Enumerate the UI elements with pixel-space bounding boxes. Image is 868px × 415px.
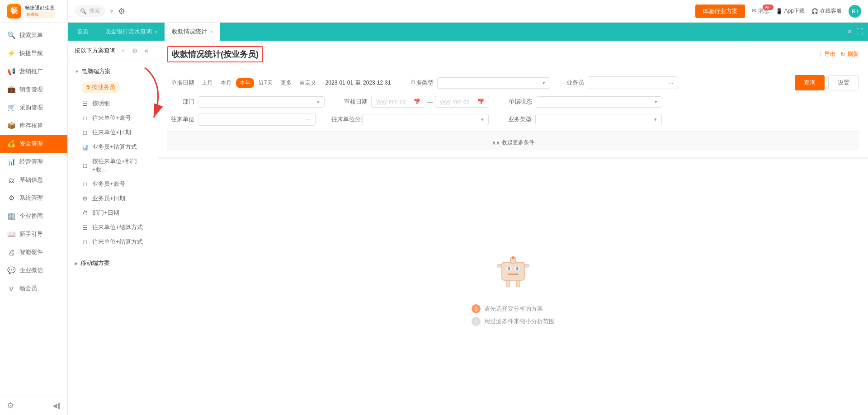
filter-doc-status: 单据状态 ▾ (505, 96, 662, 108)
filter-row-2: 部门 ▾ 审核日期 yyyy-mm-dd 📅 (167, 96, 859, 108)
empty-robot-icon (491, 249, 536, 294)
review-date-start[interactable]: yyyy-mm-dd 📅 (371, 96, 425, 108)
operations-icon: 📊 (7, 157, 16, 166)
partner-category-select[interactable]: ▾ (362, 114, 489, 125)
scheme-item-partner-settlement1[interactable]: ☰ 往来单位+结算方式 (68, 220, 158, 235)
review-date-end[interactable]: yyyy-mm-dd 📅 (435, 96, 489, 108)
sidebar-item-operations[interactable]: 📊 经营管理 (0, 153, 67, 171)
tab-bank-flow-close[interactable]: × (155, 29, 157, 34)
scheme-item-dept-date[interactable]: ⏱ 部门+日期 (68, 206, 158, 220)
date-label: 单据日期 (167, 79, 194, 87)
message-area[interactable]: ✉ 消息 99+ (752, 7, 769, 15)
header-actions: ↑ 导出 ↻ 刷新 (820, 50, 859, 58)
dept-select[interactable]: ▾ (198, 96, 325, 108)
partner-select[interactable]: ··· (198, 113, 316, 126)
left-panel-title: 按以下方案查询 (75, 47, 116, 55)
topbar: 🔍 搜索 ▾ ⚙ 体验行业方案 ✉ 消息 99+ 📱 App下载 🎧 在线客服 (68, 0, 868, 23)
svg-rect-5 (508, 274, 519, 275)
date-tabs: 上月 本月 本年 近7天 更多 自定义 (198, 78, 320, 88)
search-icon: 🔍 (80, 8, 87, 14)
tab-bank-flow[interactable]: 现金银行流水查询 × (98, 23, 165, 41)
salesman-select-top[interactable]: ··· (588, 76, 678, 89)
right-main: 收款情况统计(按业务员) ↑ 导出 ↻ 刷新 单据日 (158, 41, 868, 415)
sidebar-item-basic-info[interactable]: 🗂 基础信息 (0, 171, 67, 189)
sidebar-item-smart-hw[interactable]: 🖨 智能硬件 (0, 243, 67, 261)
partner-control: ··· (198, 113, 316, 126)
refresh-button[interactable]: ↻ 刷新 (840, 50, 859, 58)
sidebar-item-quick-nav[interactable]: ⚡ 快捷导航 (0, 44, 67, 62)
filter-area: 单据日期 上月 本月 本年 近7天 更多 自定义 2023-01-01 至 (158, 68, 868, 157)
partner-dots[interactable]: ··· (305, 116, 311, 123)
footer-settings-icon[interactable]: ⚙ (7, 401, 14, 410)
tab-collection-stats[interactable]: 收款情况统计 × (165, 23, 220, 41)
calendar-end-icon[interactable]: 📅 (477, 99, 484, 105)
salesman-settlement-icon: 📊 (81, 143, 89, 151)
biz-type-select[interactable]: ▾ (535, 114, 662, 125)
quick-nav-icon: ⚡ (7, 49, 16, 58)
app-download[interactable]: 📱 App下载 (776, 7, 805, 15)
scheme-item-partner-dept[interactable]: □ 按往来单位+部门+收... (68, 154, 158, 177)
sidebar-item-search-menu[interactable]: 🔍 搜索菜单 (0, 26, 67, 44)
doc-status-select[interactable]: ▾ (536, 96, 662, 108)
date-tab-this-year[interactable]: 本年 (236, 78, 254, 88)
export-button[interactable]: ↑ 导出 (820, 50, 836, 58)
dept-label: 部门 (167, 98, 194, 106)
user-area[interactable]: Rit (849, 5, 861, 18)
sidebar-item-inventory[interactable]: 📦 库存核算 (0, 117, 67, 135)
desktop-scheme-header[interactable]: ▼ 电脑端方案 (68, 65, 158, 78)
sidebar-nav: 🔍 搜索菜单 ⚡ 快捷导航 📢 营销推广 💼 销售管理 🛒 采购管理 📦 库存核… (0, 23, 67, 396)
message-badge: 99+ (763, 5, 773, 10)
doc-type-select[interactable]: ▾ (437, 77, 550, 89)
filter-date: 单据日期 上月 本月 本年 近7天 更多 自定义 2023-01-01 至 (167, 78, 391, 88)
date-tab-last-7[interactable]: 近7天 (255, 78, 276, 88)
scheme-item-partner-settlement2[interactable]: □ 往来单位+结算方式 (68, 235, 158, 249)
scheme-item-partner-date[interactable]: □ 往来单位+日期 (68, 125, 158, 140)
scheme-item-by-salesman[interactable]: ▶ 按业务员 (68, 78, 158, 96)
search-dropdown-icon[interactable]: ▾ (110, 7, 113, 15)
tab-expand-icon[interactable]: ⛶ (856, 28, 863, 36)
calendar-start-icon[interactable]: 📅 (414, 99, 420, 105)
date-tab-last-month[interactable]: 上月 (198, 78, 216, 88)
add-scheme-button[interactable]: + (118, 46, 127, 55)
tabbar-right: × ⛶ (848, 28, 868, 36)
sidebar-item-marketing[interactable]: 📢 营销推广 (0, 62, 67, 80)
footer-collapse-icon[interactable]: ◀‖ (52, 402, 61, 409)
trial-button[interactable]: 体验行业方案 (695, 5, 745, 18)
settings-scheme-button[interactable]: ⚙ (130, 46, 139, 55)
collapse-button[interactable]: ∧∧ 收起更多条件 (167, 135, 859, 150)
logo-text: 畅捷通好生意 标准版 (25, 5, 55, 18)
date-tab-custom[interactable]: 自定义 (296, 78, 320, 88)
sidebar-item-purchase[interactable]: 🛒 采购管理 (0, 99, 67, 117)
sidebar-item-enterprise[interactable]: 🏢 企业协同 (0, 207, 67, 225)
tab-close-all-icon[interactable]: × (848, 28, 852, 36)
sidebar-item-finance[interactable]: 💰 资金管理 (0, 135, 67, 153)
tab-collection-stats-close[interactable]: × (210, 29, 212, 34)
scheme-item-salesman-settlement[interactable]: 📊 业务员+结算方式 (68, 140, 158, 154)
topbar-settings-icon[interactable]: ⚙ (118, 6, 125, 16)
topbar-search[interactable]: 🔍 搜索 (75, 5, 105, 17)
sidebar-item-guide[interactable]: 📖 新手引导 (0, 225, 67, 243)
query-button[interactable]: 查询 (795, 75, 825, 90)
date-tab-more[interactable]: 更多 (277, 78, 295, 88)
online-service[interactable]: 🎧 在线客服 (811, 7, 842, 15)
sales-icon: 💼 (7, 85, 16, 94)
scheme-item-partner-account[interactable]: □ 往来单位+账号 (68, 111, 158, 125)
scheme-item-by-detail[interactable]: ☰ 按明细 (68, 96, 158, 111)
settings-button[interactable]: 设置 (828, 75, 859, 90)
active-dot: ▶ (86, 85, 90, 89)
sidebar-item-sales[interactable]: 💼 销售管理 (0, 80, 67, 99)
mobile-expand-icon: ▶ (75, 261, 78, 266)
scheme-item-salesman-account[interactable]: □ 业务员+账号 (68, 177, 158, 191)
partner-settlement1-icon: ☰ (81, 224, 89, 231)
collapse-panel-button[interactable]: « (142, 46, 151, 55)
svg-point-4 (516, 267, 519, 270)
salesman-more-icon[interactable]: ··· (668, 79, 674, 86)
mobile-scheme-header[interactable]: ▶ 移动端方案 (68, 256, 158, 270)
tab-home[interactable]: 首页 (68, 23, 98, 41)
sidebar-item-member[interactable]: V 畅会员 (0, 279, 67, 297)
sidebar-item-system[interactable]: ⚙ 系统管理 (0, 189, 67, 207)
scheme-item-salesman-date[interactable]: ⚙ 业务员+日期 (68, 191, 158, 206)
date-tab-this-month[interactable]: 本月 (217, 78, 235, 88)
chevron-up-icon: ∧∧ (492, 140, 500, 146)
sidebar-item-wechat[interactable]: 💬 企业微信 (0, 261, 67, 279)
